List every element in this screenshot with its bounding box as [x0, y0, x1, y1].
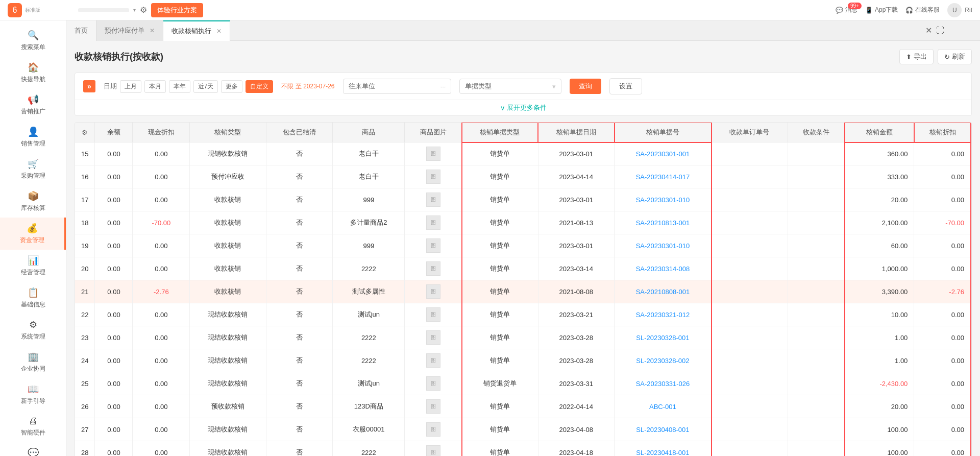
cell-bill-date: 2023-03-01: [538, 188, 614, 211]
cell-no: 24: [75, 349, 95, 372]
date-btn-this-year[interactable]: 本年: [169, 80, 190, 93]
cell-balance: 0.00: [95, 165, 133, 188]
sidebar-item-operations[interactable]: 📊 经营管理: [0, 250, 66, 282]
cell-cancel-type: 收款核销: [190, 234, 266, 257]
cell-cancel-amount: 1,000.00: [845, 257, 914, 280]
cell-include-settled: 否: [266, 142, 333, 165]
cell-receipt-condition: [788, 418, 845, 441]
cell-product: 多计量商品2: [333, 211, 405, 234]
online-service-area[interactable]: 🎧 在线客服: [905, 6, 940, 14]
bill-type-filter[interactable]: 单据类型 ▾: [459, 79, 561, 94]
cell-cancel-type: 收款核销: [190, 280, 266, 303]
cell-bill-type: 销货退货单: [462, 372, 538, 395]
tab-collection[interactable]: 收款核销执行 ✕: [163, 20, 230, 41]
sidebar-label-finance: 资金管理: [20, 236, 44, 245]
cell-cancel-amount: -2,430.00: [845, 372, 914, 395]
table-wrapper[interactable]: ⚙ 余额 现金折扣 核销类型 包含已结清 商品 商品图片 核销单据类型 核销单据…: [75, 123, 971, 456]
table-row: 15 0.00 0.00 现销收款核销 否 老白干 图 销货单 2023-03-…: [75, 142, 971, 165]
sidebar-item-wechat[interactable]: 💬 企业微信: [0, 442, 66, 456]
cell-product-image: 图: [405, 349, 462, 372]
cell-cash-discount: 0.00: [133, 188, 190, 211]
th-cash-discount: 现金折扣: [133, 123, 190, 142]
cell-receipt-order-no: [712, 234, 788, 257]
from-unit-dots-icon[interactable]: ···: [440, 83, 446, 90]
industry-button[interactable]: 体验行业方案: [151, 3, 203, 17]
cell-receipt-order-no: [712, 349, 788, 372]
table-row: 20 0.00 0.00 收款核销 否 2222 图 销货单 2023-03-1…: [75, 257, 971, 280]
sidebar-item-collab[interactable]: 🏢 企业协同: [0, 346, 66, 378]
cell-balance: 0.00: [95, 234, 133, 257]
sidebar-item-sales[interactable]: 👤 销售管理: [0, 121, 66, 153]
sidebar-item-marketing[interactable]: 📢 营销推广: [0, 89, 66, 121]
cell-receipt-order-no: [712, 280, 788, 303]
cell-bill-date: 2023-03-21: [538, 303, 614, 326]
sidebar-label-smart: 智能硬件: [21, 428, 45, 437]
tab-collection-close-icon[interactable]: ✕: [216, 28, 222, 35]
wechat-icon: 💬: [28, 447, 39, 456]
table-row: 24 0.00 0.00 现结收款核销 否 2222 图 销货单 2023-03…: [75, 349, 971, 372]
date-btn-last-month[interactable]: 上月: [120, 80, 141, 93]
date-btn-custom[interactable]: 自定义: [246, 80, 273, 93]
date-btn-more[interactable]: 更多: [221, 80, 242, 93]
app-download-area[interactable]: 📱 App下载: [865, 6, 898, 14]
cell-receipt-condition: [788, 395, 845, 418]
sidebar-item-smart[interactable]: 🖨 智能硬件: [0, 411, 66, 442]
cell-cancel-discount: -70.00: [914, 211, 971, 234]
notification-area[interactable]: 💬 消息 99+: [836, 6, 857, 14]
th-cancel-discount: 核销折扣: [914, 123, 971, 142]
tab-home[interactable]: 首页: [66, 20, 96, 41]
settings-button[interactable]: 设置: [609, 78, 642, 94]
tab-close-button[interactable]: ✕: [925, 26, 932, 35]
cell-product: 测试jun: [333, 303, 405, 326]
tab-bar: 首页 预付冲应付单 ✕ 收款核销执行 ✕ ✕ ⛶: [66, 20, 980, 41]
date-btn-7days[interactable]: 近7天: [193, 80, 218, 93]
cell-no: 25: [75, 372, 95, 395]
query-button[interactable]: 查询: [570, 79, 601, 94]
expand-icon: ∨: [500, 104, 505, 112]
sidebar-item-guide[interactable]: 📖 新手引导: [0, 378, 66, 411]
cell-product: 2222: [333, 441, 405, 457]
tab-expand-button[interactable]: ⛶: [936, 26, 944, 35]
top-bar: 6 标准版 ▾ ⚙ 体验行业方案 💬 消息 99+ 📱 App下载 🎧 在线客服…: [0, 0, 980, 20]
cell-balance: 0.00: [95, 326, 133, 349]
table-row: 18 0.00 -70.00 收款核销 否 多计量商品2 图 销货单 2021-…: [75, 211, 971, 234]
tab-prepay-close-icon[interactable]: ✕: [150, 27, 155, 34]
from-unit-filter[interactable]: 往来单位 ···: [343, 79, 452, 94]
dropdown-arrow-icon[interactable]: ▾: [133, 7, 136, 13]
cell-cancel-amount: 1.00: [845, 326, 914, 349]
cell-no: 27: [75, 418, 95, 441]
sidebar-label-operations: 经营管理: [21, 268, 45, 277]
search-bar[interactable]: [78, 8, 129, 12]
user-area[interactable]: U Rit: [947, 3, 972, 17]
cell-product-image: 图: [405, 372, 462, 395]
sidebar-item-system[interactable]: ⚙ 系统管理: [0, 314, 66, 346]
cell-cancel-type: 现结收款核销: [190, 303, 266, 326]
th-bill-date: 核销单据日期: [538, 123, 614, 142]
guide-icon: 📖: [28, 383, 39, 395]
cell-include-settled: 否: [266, 395, 333, 418]
sidebar-item-finance[interactable]: 💰 资金管理: [0, 218, 66, 250]
cell-include-settled: 否: [266, 303, 333, 326]
cell-balance: 0.00: [95, 395, 133, 418]
sidebar-item-inventory[interactable]: 📦 库存核算: [0, 185, 66, 218]
refresh-button[interactable]: ↻ 刷新: [938, 49, 972, 64]
sidebar-item-basic[interactable]: 📋 基础信息: [0, 282, 66, 314]
cell-cash-discount: -70.00: [133, 211, 190, 234]
gear-icon[interactable]: ⚙: [140, 5, 147, 15]
sidebar-item-search[interactable]: 🔍 搜索菜单: [0, 25, 66, 57]
cell-bill-date: 2021-08-13: [538, 211, 614, 234]
cell-receipt-condition: [788, 234, 845, 257]
sidebar-item-purchase[interactable]: 🛒 采购管理: [0, 153, 66, 185]
date-btn-this-month[interactable]: 本月: [144, 80, 166, 93]
cell-no: 19: [75, 234, 95, 257]
expand-more-button[interactable]: ∨ 展开更多条件: [500, 103, 547, 112]
cell-receipt-condition: [788, 372, 845, 395]
table-row: 17 0.00 0.00 收款核销 否 999 图 销货单 2023-03-01…: [75, 188, 971, 211]
filter-toggle-button[interactable]: »: [83, 80, 95, 92]
tab-prepay[interactable]: 预付冲应付单 ✕: [96, 20, 163, 41]
export-button[interactable]: ⬆ 导出: [899, 49, 934, 64]
top-bar-right: 💬 消息 99+ 📱 App下载 🎧 在线客服 U Rit: [836, 3, 972, 17]
sidebar-item-quicknav[interactable]: 🏠 快捷导航: [0, 57, 66, 89]
th-settings[interactable]: ⚙: [75, 123, 95, 142]
from-unit-input[interactable]: [377, 83, 438, 90]
